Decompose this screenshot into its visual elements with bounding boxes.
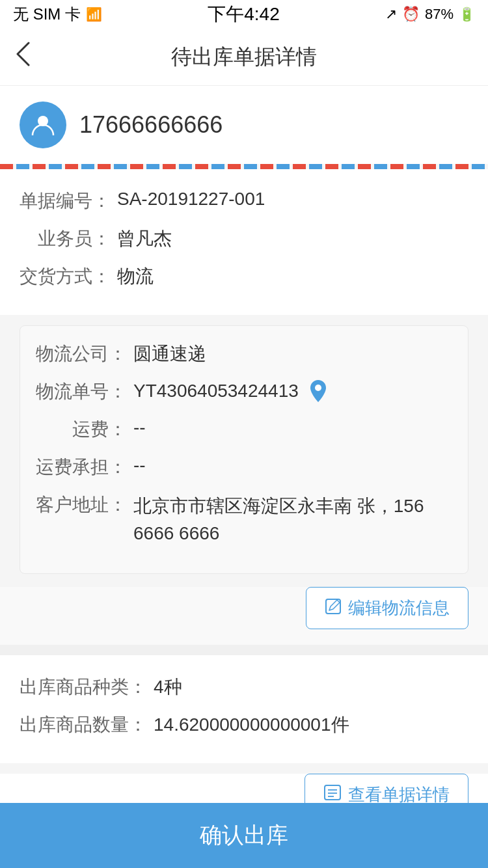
tracking-no-row: 物流单号： YT43064053424413 (36, 379, 452, 404)
status-left: 无 SIM 卡 📶 (13, 4, 102, 25)
freight-bear-row: 运费承担： -- (36, 455, 452, 480)
nav-bar: 待出库单据详情 (0, 29, 488, 86)
edit-logistics-button[interactable]: 编辑物流信息 (306, 587, 468, 629)
back-button[interactable] (16, 42, 30, 72)
freight-row: 运费： -- (36, 417, 452, 442)
logistics-company-label: 物流公司： (36, 342, 127, 366)
order-no-label: 单据编号： (20, 189, 111, 213)
main-content: 17666666666 单据编号： SA-20191227-001 业务员： 曾… (0, 86, 488, 868)
dashed-divider (0, 164, 488, 169)
order-no-row: 单据编号： SA-20191227-001 (20, 189, 468, 213)
stock-qty-row: 出库商品数量： 14.620000000000001件 (20, 712, 468, 737)
carrier-label: 无 SIM 卡 (13, 4, 81, 25)
location-icon: ↗ (385, 6, 397, 23)
svg-point-1 (315, 385, 321, 391)
order-no-value: SA-20191227-001 (117, 189, 468, 210)
battery-icon: 🔋 (459, 7, 475, 22)
logistics-company-value: 圆通速递 (133, 342, 452, 366)
wifi-icon: 📶 (86, 7, 102, 22)
stock-info-section: 出库商品种类： 4种 出库商品数量： 14.620000000000001件 (0, 655, 488, 763)
edit-logistics-label: 编辑物流信息 (348, 597, 450, 619)
alarm-icon: ⏰ (402, 6, 420, 23)
gray-divider (0, 645, 488, 655)
tracking-no-value: YT43064053424413 (133, 379, 452, 403)
delivery-value: 物流 (117, 264, 468, 289)
edit-icon (325, 598, 342, 619)
address-row: 客户地址： 北京市市辖区海淀区永丰南 张，156 6666 6666 (36, 493, 452, 547)
freight-label: 运费： (36, 417, 127, 442)
delivery-label: 交货方式： (20, 264, 111, 289)
page-title: 待出库单据详情 (171, 43, 317, 72)
edit-button-wrap: 编辑物流信息 (0, 587, 488, 645)
svg-rect-3 (325, 785, 340, 800)
confirm-button[interactable]: 确认出库 (0, 803, 488, 868)
location-pin-icon (306, 379, 330, 403)
salesman-row: 业务员： 曾凡杰 (20, 226, 468, 251)
freight-bear-label: 运费承担： (36, 455, 127, 480)
address-label: 客户地址： (36, 493, 127, 517)
stock-type-label: 出库商品种类： (20, 675, 147, 699)
stock-type-row: 出库商品种类： 4种 (20, 675, 468, 699)
salesman-value: 曾凡杰 (117, 226, 468, 251)
freight-bear-value: -- (133, 455, 452, 476)
logistics-company-row: 物流公司： 圆通速递 (36, 342, 452, 366)
salesman-label: 业务员： (20, 226, 111, 251)
order-info-section: 单据编号： SA-20191227-001 业务员： 曾凡杰 交货方式： 物流 (0, 169, 488, 315)
status-bar: 无 SIM 卡 📶 下午4:42 ↗ ⏰ 87% 🔋 (0, 0, 488, 29)
customer-header: 17666666666 (0, 86, 488, 164)
stock-qty-value: 14.620000000000001件 (154, 712, 468, 737)
avatar (20, 102, 66, 148)
delivery-row: 交货方式： 物流 (20, 264, 468, 289)
stock-type-value: 4种 (154, 675, 468, 699)
logistics-card: 物流公司： 圆通速递 物流单号： YT43064053424413 运费： --… (20, 325, 468, 574)
freight-value: -- (133, 417, 452, 438)
confirm-button-label: 确认出库 (200, 821, 288, 850)
tracking-no-label: 物流单号： (36, 379, 127, 404)
stock-qty-label: 出库商品数量： (20, 712, 147, 737)
address-value: 北京市市辖区海淀区永丰南 张，156 6666 6666 (133, 493, 452, 547)
status-time: 下午4:42 (208, 2, 280, 27)
status-right: ↗ ⏰ 87% 🔋 (385, 6, 475, 23)
battery-label: 87% (425, 6, 454, 23)
customer-phone: 17666666666 (79, 111, 223, 139)
